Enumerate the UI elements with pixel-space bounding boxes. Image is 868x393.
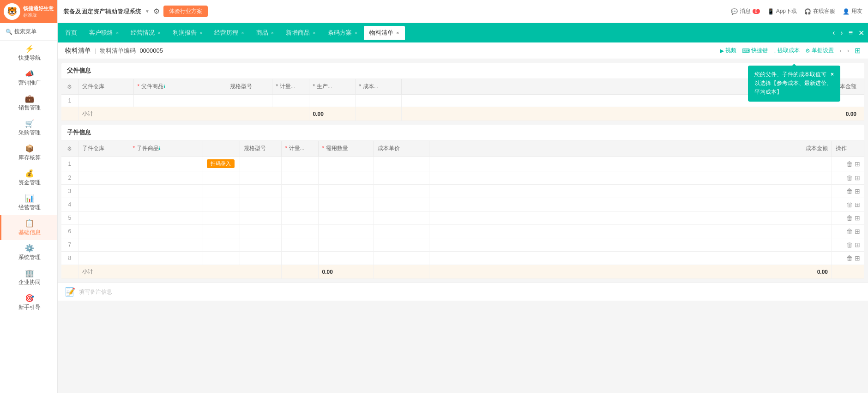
message-button[interactable]: 💬 消息 6 (731, 7, 760, 15)
shortcut-button[interactable]: ⌨ 快捷键 (742, 47, 768, 54)
child-row-6-goods[interactable] (129, 225, 203, 238)
tab-profit[interactable]: 利润报告 × (167, 26, 208, 40)
copy-icon-8[interactable]: ⊞ (855, 254, 860, 262)
child-row-8-goods[interactable] (129, 252, 203, 265)
tab-home[interactable]: 首页 (60, 26, 83, 40)
copy-icon-3[interactable]: ⊞ (855, 187, 860, 195)
sidebar-item-guide[interactable]: 🎯 新手引导 (0, 290, 57, 315)
sidebar-item-inventory[interactable]: 📦 库存核算 (0, 140, 57, 165)
copy-icon-2[interactable]: ⊞ (855, 174, 860, 181)
child-row-4-cost-amount[interactable] (429, 198, 832, 212)
sidebar-item-enterprise[interactable]: 🏢 企业协同 (0, 265, 57, 290)
child-row-7-unit[interactable] (281, 238, 318, 252)
experience-button[interactable]: 体验行业方案 (163, 6, 208, 17)
tab-new-goods[interactable]: 新增商品 × (280, 26, 321, 40)
child-row-7-unit-cost[interactable] (374, 238, 429, 252)
child-row-1-warehouse[interactable] (78, 157, 129, 171)
copy-icon-5[interactable]: ⊞ (855, 214, 860, 222)
tooltip-close-button[interactable]: × (831, 70, 834, 79)
single-settings-button[interactable]: ⚙ 单据设置 (805, 47, 834, 54)
parent-row-1-spec[interactable] (226, 95, 272, 107)
child-row-6-spec[interactable] (240, 225, 281, 238)
child-row-8-warehouse[interactable] (78, 252, 129, 265)
sidebar-item-marketing[interactable]: 📣 营销推广 (0, 66, 57, 91)
child-row-6-unit[interactable] (281, 225, 318, 238)
app-download-button[interactable]: 📱 App下载 (767, 7, 797, 15)
child-col-settings[interactable]: ⚙ (61, 141, 78, 157)
child-row-5-goods[interactable] (129, 212, 203, 225)
child-row-1-quantity[interactable] (318, 157, 374, 171)
child-row-8-spec[interactable] (240, 252, 281, 265)
tab-customer[interactable]: 客户联络 × (84, 26, 124, 40)
child-row-6-unit-cost[interactable] (374, 225, 429, 238)
child-row-3-cost-amount[interactable] (429, 185, 832, 198)
tab-operations[interactable]: 经营情况 × (125, 26, 166, 40)
child-row-1-goods[interactable] (129, 157, 203, 171)
tab-bom[interactable]: 物料清单 × (364, 26, 404, 40)
delete-icon-6[interactable]: 🗑 (846, 228, 853, 235)
scan-button[interactable]: 扫码录入 (207, 159, 235, 168)
child-row-1-unit-cost[interactable] (374, 157, 429, 171)
child-row-8-cost-amount[interactable] (429, 252, 832, 265)
nav-next-icon[interactable]: › (838, 27, 844, 39)
parent-row-1-unit[interactable] (272, 95, 309, 107)
child-row-7-spec[interactable] (240, 238, 281, 252)
settings-icon[interactable]: ⚙ (153, 7, 160, 16)
child-row-3-quantity[interactable] (318, 185, 374, 198)
child-row-7-quantity[interactable] (318, 238, 374, 252)
sidebar-search[interactable]: 🔍 搜索菜单 (0, 23, 57, 41)
child-row-4-spec[interactable] (240, 198, 281, 212)
delete-icon-8[interactable]: 🗑 (846, 254, 853, 262)
sidebar-item-quick-nav[interactable]: ⚡ 快捷导航 (0, 41, 57, 66)
copy-icon-7[interactable]: ⊞ (855, 241, 860, 248)
sidebar-item-finance[interactable]: 💰 资金管理 (0, 165, 57, 190)
delete-icon-7[interactable]: 🗑 (846, 241, 853, 248)
child-row-3-warehouse[interactable] (78, 185, 129, 198)
child-row-2-warehouse[interactable] (78, 171, 129, 185)
child-row-1-unit[interactable] (281, 157, 318, 171)
nav-prev-icon[interactable]: ‹ (831, 27, 837, 39)
child-row-8-quantity[interactable] (318, 252, 374, 265)
note-placeholder[interactable]: 填写备注信息 (79, 288, 112, 296)
tab-goods[interactable]: 商品 × (251, 26, 279, 40)
child-row-2-unit[interactable] (281, 171, 318, 185)
child-row-5-warehouse[interactable] (78, 212, 129, 225)
tab-goods-close[interactable]: × (271, 30, 274, 36)
copy-icon-4[interactable]: ⊞ (855, 201, 860, 208)
tab-barcode[interactable]: 条码方案 × (322, 26, 363, 40)
child-row-8-unit[interactable] (281, 252, 318, 265)
online-service-button[interactable]: 🎧 在线客服 (804, 7, 835, 15)
tab-barcode-close[interactable]: × (355, 30, 357, 36)
child-row-6-warehouse[interactable] (78, 225, 129, 238)
child-row-8-unit-cost[interactable] (374, 252, 429, 265)
child-row-5-quantity[interactable] (318, 212, 374, 225)
delete-icon-1[interactable]: 🗑 (846, 160, 853, 168)
child-row-1-spec[interactable] (240, 157, 281, 171)
child-row-2-goods[interactable] (129, 171, 203, 185)
child-row-4-unit[interactable] (281, 198, 318, 212)
sidebar-item-basic[interactable]: 📋 基础信息 (0, 215, 57, 240)
child-row-7-cost-amount[interactable] (429, 238, 832, 252)
tab-bom-close[interactable]: × (396, 30, 399, 36)
tab-customer-close[interactable]: × (116, 30, 119, 36)
tab-history-close[interactable]: × (241, 30, 244, 36)
delete-icon-5[interactable]: 🗑 (846, 214, 853, 222)
tab-profit-close[interactable]: × (199, 30, 202, 36)
tab-new-goods-close[interactable]: × (313, 30, 315, 36)
search-button[interactable]: 🔍 搜索菜单 (4, 26, 54, 37)
delete-icon-3[interactable]: 🗑 (846, 187, 853, 195)
child-row-4-warehouse[interactable] (78, 198, 129, 212)
child-row-4-goods[interactable] (129, 198, 203, 212)
grid-view-icon[interactable]: ⊞ (855, 46, 861, 55)
sidebar-logo[interactable]: 🐯 畅捷通好生意 标准版 (0, 0, 57, 23)
child-row-3-goods[interactable] (129, 185, 203, 198)
child-row-7-goods[interactable] (129, 238, 203, 252)
child-row-2-unit-cost[interactable] (374, 171, 429, 185)
child-row-6-quantity[interactable] (318, 225, 374, 238)
tab-operations-close[interactable]: × (157, 30, 160, 36)
child-row-4-quantity[interactable] (318, 198, 374, 212)
copy-icon-1[interactable]: ⊞ (855, 160, 860, 168)
parent-row-1-warehouse[interactable] (78, 95, 133, 107)
child-row-5-unit-cost[interactable] (374, 212, 429, 225)
delete-icon-2[interactable]: 🗑 (846, 174, 853, 181)
